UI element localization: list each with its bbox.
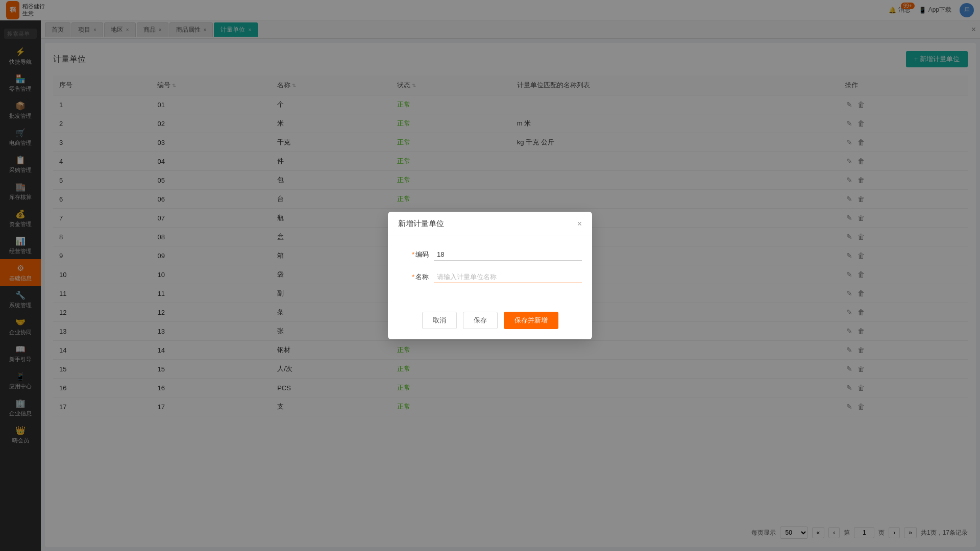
cancel-button[interactable]: 取消 xyxy=(422,312,457,329)
modal-header: 新增计量单位 × xyxy=(388,212,592,236)
code-label: *编码 xyxy=(398,250,429,259)
modal-close-button[interactable]: × xyxy=(577,219,582,229)
add-unit-modal: 新增计量单位 × *编码 *名称 取消 保存 保存并新增 xyxy=(388,212,592,339)
form-row-name: *名称 xyxy=(398,271,582,283)
save-new-button[interactable]: 保存并新增 xyxy=(504,312,558,329)
name-required: * xyxy=(412,273,414,281)
modal-body: *编码 *名称 xyxy=(388,236,592,306)
modal-footer: 取消 保存 保存并新增 xyxy=(388,306,592,339)
code-required: * xyxy=(412,251,414,258)
name-input[interactable] xyxy=(434,271,582,283)
name-label: *名称 xyxy=(398,272,429,282)
save-button[interactable]: 保存 xyxy=(463,312,498,329)
modal-title: 新增计量单位 xyxy=(398,219,444,229)
modal-overlay: 新增计量单位 × *编码 *名称 取消 保存 保存并新增 xyxy=(0,0,980,551)
code-input[interactable] xyxy=(434,248,582,261)
form-row-code: *编码 xyxy=(398,248,582,261)
